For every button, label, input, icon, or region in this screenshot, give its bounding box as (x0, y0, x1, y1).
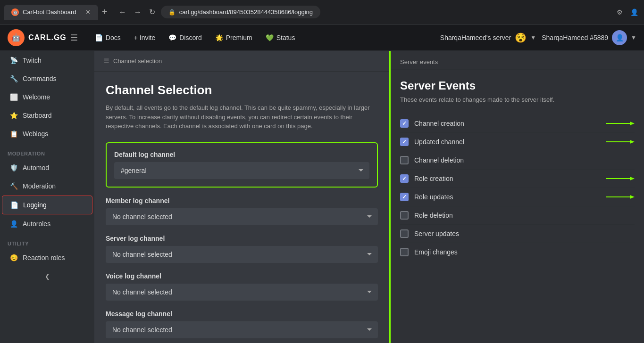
server-log-select[interactable]: No channel selected (106, 246, 378, 263)
role-deletion-checkbox[interactable] (400, 211, 409, 220)
new-tab-button[interactable]: + (98, 5, 111, 19)
events-description: These events relate to changes made to t… (400, 96, 635, 103)
event-item-updated-channel: ✓ Updated channel (400, 133, 635, 151)
right-panel: Server events Server Events These events… (389, 51, 644, 343)
emoji-changes-checkbox[interactable] (400, 248, 409, 256)
sidebar-item-logging[interactable]: 📄 Logging (2, 196, 92, 214)
username: SharqaHameed #5889 (542, 34, 608, 41)
default-log-channel-section: Default log channel #general (106, 142, 378, 188)
role-deletion-label: Role deletion (414, 212, 453, 219)
server-updates-checkbox[interactable] (400, 229, 409, 238)
discord-icon: 💬 (168, 34, 176, 41)
default-log-label: Default log channel (114, 151, 369, 158)
forward-button[interactable]: → (132, 6, 143, 18)
event-item-role-deletion: Role deletion (400, 206, 635, 225)
event-item-server-updates: Server updates (400, 225, 635, 243)
logo: 🤖 CARL.GG (8, 29, 67, 46)
message-log-select[interactable]: No channel selected (106, 321, 378, 338)
updated-channel-checkbox[interactable]: ✓ (400, 138, 409, 146)
logo-image: 🤖 (8, 29, 25, 46)
url-text: carl.gg/dashboard/894503528444358686/log… (179, 8, 313, 16)
role-creation-label: Role creation (414, 175, 453, 182)
sidebar-item-reaction-roles[interactable]: 😊 Reaction roles (2, 249, 92, 267)
extensions-button[interactable]: ⚙ (615, 7, 625, 18)
server-log-label: Server log channel (106, 235, 378, 242)
logging-icon: 📄 (10, 201, 18, 209)
checkmark-icon: ✓ (402, 194, 407, 200)
tab-close-button[interactable]: ✕ (85, 8, 91, 16)
sidebar-item-automod[interactable]: 🛡️ Automod (2, 159, 92, 177)
channel-deletion-checkbox[interactable] (400, 156, 409, 164)
discord-link[interactable]: 💬 Discord (163, 31, 207, 44)
starboard-icon: ⭐ (9, 111, 18, 120)
events-title: Server Events (400, 79, 635, 92)
checkmark-icon: ✓ (402, 139, 407, 145)
sidebar-item-commands[interactable]: 🔧 Commands (2, 70, 92, 88)
panel-description: By default, all events go to the default… (106, 103, 378, 131)
automod-icon: 🛡️ (9, 163, 18, 172)
sidebar-collapse-button[interactable]: ❮ (42, 270, 53, 282)
sidebar-item-autoroles[interactable]: 👤 Autoroles (2, 215, 92, 233)
green-arrow-role-creation (606, 175, 635, 182)
left-panel: ☰ Channel selection Channel Selection By… (94, 51, 389, 343)
welcome-icon: ⬜ (9, 93, 18, 101)
docs-link[interactable]: 📄 Docs (89, 31, 126, 44)
browser-nav: ← → ↻ 🔒 carl.gg/dashboard/89450352844435… (117, 6, 320, 18)
member-log-select[interactable]: No channel selected (106, 208, 378, 225)
profile-button[interactable]: 👤 (628, 7, 640, 18)
address-bar[interactable]: 🔒 carl.gg/dashboard/894503528444358686/l… (161, 6, 320, 18)
event-item-channel-creation: ✓ Channel creation (400, 114, 635, 133)
channel-deletion-label: Channel deletion (414, 156, 464, 164)
tab-favicon: 🤖 (11, 8, 19, 16)
default-log-select[interactable]: #general (114, 162, 369, 179)
sidebar-item-starboard[interactable]: ⭐ Starboard (2, 106, 92, 124)
event-item-role-creation: ✓ Role creation (400, 170, 635, 188)
moderation-section-label: MODERATION (0, 143, 94, 158)
event-item-emoji-changes: Emoji changes (400, 243, 635, 261)
sidebar-item-weblogs[interactable]: 📋 Weblogs (2, 125, 92, 143)
message-log-channel-section: Message log channel No channel selected (106, 310, 378, 338)
sidebar-item-moderation[interactable]: 🔨 Moderation (2, 177, 92, 195)
role-creation-checkbox[interactable]: ✓ (400, 174, 409, 183)
right-panel-body: Server Events These events relate to cha… (391, 70, 644, 270)
sidebar-item-welcome[interactable]: ⬜ Welcome (2, 88, 92, 106)
autoroles-icon: 👤 (9, 220, 18, 228)
lock-icon: 🔒 (168, 9, 176, 16)
role-updates-checkbox[interactable]: ✓ (400, 193, 409, 201)
channel-creation-checkbox[interactable]: ✓ (400, 119, 409, 128)
premium-link[interactable]: 🌟 Premium (209, 31, 258, 44)
message-log-label: Message log channel (106, 310, 378, 318)
tab-title: Carl-bot Dashboard (23, 8, 76, 16)
panel-body: Channel Selection By default, all events… (94, 72, 389, 343)
sidebar-item-twitch[interactable]: 📡 Twitch (2, 51, 92, 69)
browser-tab[interactable]: 🤖 Carl-bot Dashboard ✕ (4, 5, 98, 20)
member-log-label: Member log channel (106, 197, 378, 204)
member-log-channel-section: Member log channel No channel selected (106, 197, 378, 225)
event-item-role-updates: ✓ Role updates (400, 188, 635, 206)
status-link[interactable]: 💚 Status (260, 31, 301, 44)
breadcrumb: ☰ Channel selection (94, 51, 389, 72)
topbar-right: SharqaHameed's server 😵 ▼ SharqaHameed #… (440, 30, 636, 45)
topbar-nav: 📄 Docs + Invite 💬 Discord 🌟 Premium 💚 St… (89, 31, 301, 44)
avatar[interactable]: 👤 (612, 30, 627, 45)
commands-icon: 🔧 (9, 74, 18, 83)
main-content: 📡 Twitch 🔧 Commands ⬜ Welcome ⭐ Starboar… (0, 51, 644, 343)
voice-log-select[interactable]: No channel selected (106, 284, 378, 301)
emoji-changes-label: Emoji changes (414, 248, 458, 256)
twitch-icon: 📡 (9, 56, 18, 65)
hamburger-menu[interactable]: ☰ (70, 33, 78, 43)
sidebar: 📡 Twitch 🔧 Commands ⬜ Welcome ⭐ Starboar… (0, 51, 94, 343)
browser-actions: ⚙ 👤 (615, 7, 640, 18)
user-info: SharqaHameed #5889 👤 ▼ (542, 30, 636, 45)
breadcrumb-icon: ☰ (104, 57, 109, 65)
invite-link[interactable]: + Invite (128, 31, 161, 44)
utility-section-label: UTILITY (0, 233, 94, 248)
server-emoji: 😵 (515, 32, 527, 43)
channel-creation-label: Channel creation (414, 120, 464, 127)
user-dropdown-button[interactable]: ▼ (631, 34, 636, 41)
refresh-button[interactable]: ↻ (147, 6, 157, 18)
voice-log-label: Voice log channel (106, 272, 378, 280)
back-button[interactable]: ← (117, 6, 128, 18)
server-selector[interactable]: SharqaHameed's server 😵 ▼ (440, 32, 536, 43)
reaction-roles-icon: 😊 (9, 253, 18, 262)
